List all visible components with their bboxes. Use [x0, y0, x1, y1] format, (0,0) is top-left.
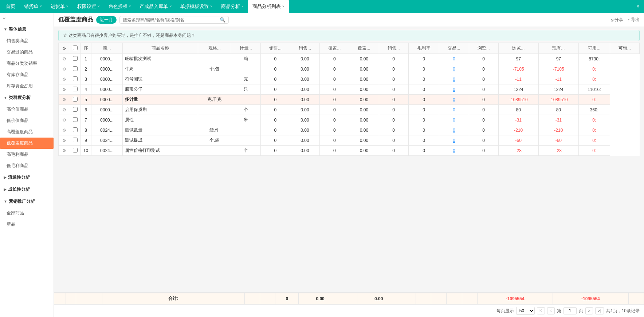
sidebar-section-成长性分析[interactable]: ▶ 成长性分析 — [0, 183, 54, 195]
nav-roles[interactable]: 角色授权 × — [104, 0, 136, 13]
row-settings-icon[interactable]: ⚙ — [62, 118, 66, 123]
th-settings[interactable]: ⚙ — [59, 43, 70, 54]
td-checkbox[interactable] — [70, 64, 80, 74]
td-browse1[interactable]: 0 — [439, 54, 469, 64]
td-browse1[interactable]: 0 — [439, 146, 469, 156]
nav-close-icon[interactable]: × — [66, 0, 68, 13]
row-checkbox[interactable] — [73, 97, 78, 102]
sidebar-item-stocked-goods[interactable]: 有库存商品 — [0, 69, 54, 80]
td-browse1[interactable]: 0 — [439, 115, 469, 125]
first-page-btn[interactable]: K — [537, 307, 545, 314]
sidebar-section-整体信息[interactable]: ▼ 整体信息 — [0, 23, 54, 35]
row-checkbox[interactable] — [73, 87, 78, 91]
td-settings[interactable]: ⚙ — [59, 125, 70, 135]
td-checkbox[interactable] — [70, 95, 80, 105]
row-settings-icon[interactable]: ⚙ — [62, 56, 66, 62]
nav-close-icon[interactable]: × — [129, 0, 131, 13]
row-settings-icon[interactable]: ⚙ — [62, 107, 66, 112]
sidebar-item-low-margin[interactable]: 低毛利商品 — [0, 160, 54, 171]
sidebar-item-high-margin[interactable]: 高毛利商品 — [0, 149, 54, 160]
row-checkbox[interactable] — [73, 138, 78, 142]
per-page-select[interactable]: 50 100 200 — [516, 307, 535, 315]
td-checkbox[interactable] — [70, 74, 80, 84]
td-checkbox[interactable] — [70, 135, 80, 146]
row-settings-icon[interactable]: ⚙ — [62, 67, 66, 72]
td-settings[interactable]: ⚙ — [59, 64, 70, 74]
th-checkbox[interactable] — [70, 43, 80, 54]
sidebar-item-category-rate[interactable]: 商品分类动销率 — [0, 58, 54, 69]
td-checkbox[interactable] — [70, 105, 80, 115]
td-settings[interactable]: ⚙ — [59, 84, 70, 95]
nav-close-icon[interactable]: × — [98, 0, 100, 13]
sidebar-item-high-value[interactable]: 高价值商品 — [0, 104, 54, 115]
sidebar-section-类群度分析[interactable]: ▼ 类群度分析 — [0, 92, 54, 104]
filter-date-btn[interactable]: 近一月 — [96, 16, 117, 24]
sidebar-section-营销推广分析[interactable]: ▼ 营销推广分析 — [0, 195, 54, 207]
sidebar-section-流通性分析[interactable]: ▶ 流通性分析 — [0, 171, 54, 183]
nav-templates[interactable]: 单据模板设置 × — [176, 0, 217, 13]
nav-home[interactable]: 首页 — [1, 0, 20, 13]
select-all-checkbox[interactable] — [73, 45, 78, 50]
current-page-input[interactable] — [564, 307, 577, 314]
sidebar-item-traded-goods[interactable]: 交易过的商品 — [0, 47, 54, 58]
nav-close-icon[interactable]: × — [210, 0, 212, 13]
row-checkbox[interactable] — [73, 56, 78, 61]
prev-page-btn[interactable]: < — [547, 307, 555, 314]
row-settings-icon[interactable]: ⚙ — [62, 148, 66, 153]
row-settings-icon[interactable]: ⚙ — [62, 128, 66, 133]
sidebar-item-new-goods[interactable]: 新品 — [0, 219, 54, 230]
share-btn[interactable]: ⎋ 分享 — [611, 17, 623, 23]
search-input[interactable] — [123, 17, 218, 23]
export-btn[interactable]: ↑ 导出 — [628, 17, 640, 23]
td-settings[interactable]: ⚙ — [59, 105, 70, 115]
td-settings[interactable]: ⚙ — [59, 74, 70, 84]
td-settings[interactable]: ⚙ — [59, 54, 70, 64]
td-browse1[interactable]: 0 — [439, 125, 469, 135]
row-settings-icon[interactable]: ⚙ — [62, 87, 66, 92]
sidebar-item-stock-capital[interactable]: 库存资金占用 — [0, 80, 54, 92]
row-settings-icon[interactable]: ⚙ — [62, 77, 66, 82]
next-page-btn[interactable]: > — [585, 307, 593, 314]
row-checkbox[interactable] — [73, 117, 78, 122]
close-all-btn[interactable]: × — [633, 3, 643, 10]
sidebar-item-all-goods[interactable]: 全部商品 — [0, 207, 54, 219]
settings-icon[interactable]: ⚙ — [62, 46, 66, 51]
td-browse1[interactable]: 0 — [439, 74, 469, 84]
row-settings-icon[interactable]: ⚙ — [62, 138, 66, 143]
td-checkbox[interactable] — [70, 54, 80, 64]
nav-products[interactable]: 产成品入库单 × — [135, 0, 176, 13]
nav-purchase[interactable]: 进货单 × — [46, 0, 73, 13]
nav-analysis-list[interactable]: 商品分析列表 × — [248, 0, 289, 13]
sidebar-collapse-btn[interactable]: « — [3, 15, 5, 21]
td-checkbox[interactable] — [70, 125, 80, 135]
td-settings[interactable]: ⚙ — [59, 95, 70, 105]
td-browse1[interactable]: 0 — [439, 64, 469, 74]
nav-analysis[interactable]: 商品分析 × — [217, 0, 248, 13]
td-settings[interactable]: ⚙ — [59, 135, 70, 146]
td-checkbox[interactable] — [70, 146, 80, 156]
nav-close-icon[interactable]: × — [169, 0, 172, 13]
td-browse1[interactable]: 0 — [439, 105, 469, 115]
nav-close-icon[interactable]: × — [40, 0, 42, 13]
sidebar-item-sales-goods[interactable]: 销售类商品 — [0, 35, 54, 47]
td-checkbox[interactable] — [70, 84, 80, 95]
row-checkbox[interactable] — [73, 127, 78, 132]
sidebar-item-low-value[interactable]: 低价值商品 — [0, 115, 54, 126]
td-browse1[interactable]: 0 — [439, 84, 469, 95]
td-browse1[interactable]: 0 — [439, 135, 469, 146]
row-checkbox[interactable] — [73, 66, 78, 71]
row-settings-icon[interactable]: ⚙ — [62, 97, 66, 102]
sidebar-item-low-coverage[interactable]: 低覆盖度商品 — [0, 138, 54, 149]
td-checkbox[interactable] — [70, 115, 80, 125]
row-checkbox[interactable] — [73, 148, 78, 152]
last-page-btn[interactable]: >| — [595, 307, 604, 314]
td-browse1[interactable]: 0 — [439, 95, 469, 105]
td-settings[interactable]: ⚙ — [59, 146, 70, 156]
td-settings[interactable]: ⚙ — [59, 115, 70, 125]
sidebar-item-high-coverage[interactable]: 高覆盖度商品 — [0, 126, 54, 138]
row-checkbox[interactable] — [73, 107, 78, 112]
nav-close-icon[interactable]: × — [282, 0, 284, 13]
nav-sales[interactable]: 销货单 × — [20, 0, 46, 13]
row-checkbox[interactable] — [73, 76, 78, 81]
nav-permissions[interactable]: 权限设置 × — [73, 0, 104, 13]
